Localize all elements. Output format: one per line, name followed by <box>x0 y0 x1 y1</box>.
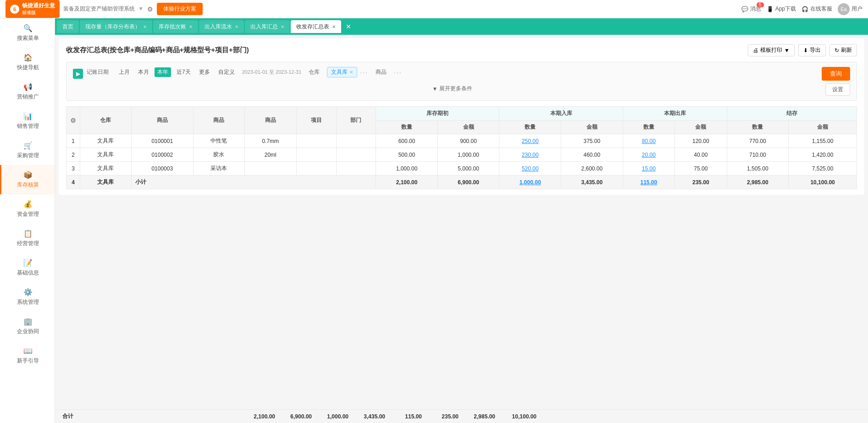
expand-conditions-btn[interactable]: ▼ 展开更多条件 <box>432 85 473 93</box>
refresh-button[interactable]: ↻ 刷新 <box>829 44 857 56</box>
query-button[interactable]: 查询 <box>822 67 850 81</box>
filter-settings-button[interactable]: 设置 <box>825 83 850 96</box>
sidebar-item-finance[interactable]: 💰 资金管理 <box>0 194 55 224</box>
page-inner: 收发存汇总表(按仓库+商品编码+商品+规格型号+项目+部门) 🖨 模板打印 ▼ … <box>59 38 864 195</box>
message-button[interactable]: 💬 消息 6 <box>741 5 761 13</box>
tab-in-out-summary[interactable]: 出入库汇总 ✕ <box>245 20 290 33</box>
subtotal-opening-qty: 2,100.00 <box>376 176 438 189</box>
export-button[interactable]: ⬇ 导出 <box>798 44 826 56</box>
total-in-qty: 1,000.00 <box>319 413 356 420</box>
product-filter-label: 商品 <box>376 68 387 76</box>
col-group-opening: 库存期初 <box>376 107 499 121</box>
template-print-button[interactable]: 🖨 模板打印 ▼ <box>748 44 795 56</box>
app-download-button[interactable]: 📱 App下载 <box>767 5 796 13</box>
sidebar-item-basic-info[interactable]: 📝 基础信息 <box>0 253 55 282</box>
date-btn-this-year[interactable]: 本年 <box>155 67 171 77</box>
row1-out-qty[interactable]: 80.00 <box>623 134 674 148</box>
col-opening-amt: 金额 <box>437 121 499 134</box>
sidebar-item-system[interactable]: ⚙️ 系统管理 <box>0 282 55 312</box>
table-row: 1 文具库 0100001 中性笔 0.7mm 600.00 900.00 25… <box>66 134 857 148</box>
tab-close-in-out-flow[interactable]: ✕ <box>235 24 238 29</box>
col-closing-qty: 数量 <box>727 121 789 134</box>
sidebar-item-enterprise[interactable]: 🏢 企业协同 <box>0 312 55 341</box>
warehouse-filter-dots[interactable]: ··· <box>360 69 368 76</box>
date-btn-this-month[interactable]: 本月 <box>135 67 152 77</box>
user-button[interactable]: Ea 用户 <box>838 3 862 15</box>
operations-icon: 📋 <box>23 229 33 238</box>
row3-product-code: 0100003 <box>131 162 193 176</box>
row3-in-qty[interactable]: 520.00 <box>499 162 561 176</box>
sidebar-item-operations[interactable]: 📋 经营管理 <box>0 224 55 253</box>
row2-department <box>336 148 376 162</box>
subtotal-out-qty[interactable]: 115.00 <box>623 176 674 189</box>
sidebar-label-guide: 新手引导 <box>17 357 39 365</box>
sidebar-item-inventory[interactable]: 📦 库存核算 <box>0 165 55 194</box>
enterprise-icon: 🏢 <box>23 317 33 326</box>
logo-text: 畅捷通好生意 标准版 <box>22 2 55 16</box>
row2-closing-amt: 1,420.00 <box>789 148 857 162</box>
date-btn-more[interactable]: 更多 <box>196 67 213 77</box>
col-opening-qty: 数量 <box>376 121 438 134</box>
page-content: 收发存汇总表(按仓库+商品编码+商品+规格型号+项目+部门) 🖨 模板打印 ▼ … <box>55 35 868 409</box>
product-filter-dots[interactable]: ··· <box>394 69 402 76</box>
tab-recv-send-summary[interactable]: 收发存汇总表 ✕ <box>291 20 341 33</box>
tab-close-stock-dist[interactable]: ✕ <box>143 24 147 29</box>
row1-closing-qty: 770.00 <box>727 134 789 148</box>
filter-toggle-btn[interactable]: ▶ <box>73 69 83 79</box>
row1-warehouse: 文具库 <box>80 134 132 148</box>
row1-in-amt: 375.00 <box>561 134 623 148</box>
close-all-tabs-btn[interactable]: ✕ <box>346 23 351 30</box>
guide-icon: 📖 <box>23 346 33 355</box>
date-btn-custom[interactable]: 自定义 <box>216 67 238 77</box>
sidebar-item-guide[interactable]: 📖 新手引导 <box>0 341 55 370</box>
top-bar-left: 6 畅捷通好生意 标准版 装备及固定资产辅助管理系统 ▼ ⚙ 体验行业方案 <box>6 0 203 18</box>
tab-stock-dist[interactable]: 现存量（库存分布表） ✕ <box>80 20 152 33</box>
sidebar-label-purchase: 采购管理 <box>17 152 39 159</box>
sidebar-item-purchase[interactable]: 🛒 采购管理 <box>0 136 55 165</box>
total-out-qty: 115.00 <box>393 413 429 420</box>
tab-close-in-out-summary[interactable]: ✕ <box>281 24 284 29</box>
row3-opening-qty: 1,000.00 <box>376 162 438 176</box>
sidebar-item-search[interactable]: 🔍 搜索菜单 <box>0 18 55 48</box>
sidebar-item-marketing[interactable]: 📢 营销推广 <box>0 77 55 106</box>
col-header-product-spec: 商品 <box>244 107 296 134</box>
row2-opening-qty: 500.00 <box>376 148 438 162</box>
row3-out-qty[interactable]: 15.00 <box>623 162 674 176</box>
sidebar-label-sales: 销售管理 <box>17 122 39 130</box>
date-btn-7days[interactable]: 近7天 <box>174 67 194 77</box>
col-group-period-out: 本期出库 <box>623 107 727 121</box>
warehouse-tag-close[interactable]: ✕ <box>349 70 353 75</box>
row3-product-name: 采访本 <box>193 162 244 176</box>
row1-in-qty[interactable]: 250.00 <box>499 134 561 148</box>
subtotal-row: 4 文具库 小计 2,100.00 6,900.00 1,000.00 3,43… <box>66 176 857 189</box>
sales-icon: 📊 <box>23 112 33 121</box>
row2-no: 2 <box>66 148 80 162</box>
table-wrapper: ⚙ 仓库 商品 商品 商品 项目 部门 库存期初 本期入库 本期出库 <box>66 106 857 189</box>
page-title-row: 收发存汇总表(按仓库+商品编码+商品+规格型号+项目+部门) 🖨 模板打印 ▼ … <box>66 44 857 56</box>
table-row: 2 文具库 0100002 胶水 20ml 500.00 1,000.00 23… <box>66 148 857 162</box>
experience-button[interactable]: 体验行业方案 <box>157 3 203 15</box>
warehouse-tag[interactable]: 文具库 ✕ <box>327 67 357 77</box>
sidebar-item-quick-nav[interactable]: 🏠 快捷导航 <box>0 48 55 77</box>
tab-batch[interactable]: 库存批次账 ✕ <box>153 20 198 33</box>
col-header-department: 部门 <box>336 107 376 134</box>
date-btn-last-month[interactable]: 上月 <box>116 67 133 77</box>
col-out-qty: 数量 <box>623 121 674 134</box>
row2-warehouse: 文具库 <box>80 148 132 162</box>
sidebar-label-enterprise: 企业协同 <box>17 328 39 335</box>
settings-icon[interactable]: ⚙ <box>147 5 153 13</box>
row3-project <box>296 162 336 176</box>
tab-home[interactable]: 首页 <box>57 20 79 33</box>
tab-close-batch[interactable]: ✕ <box>189 24 193 29</box>
sidebar-item-sales[interactable]: 📊 销售管理 <box>0 106 55 136</box>
tab-close-recv-send[interactable]: ✕ <box>332 24 336 29</box>
table-gear-icon[interactable]: ⚙ <box>70 117 76 124</box>
online-service-button[interactable]: 🎧 在线客服 <box>802 5 832 13</box>
row2-out-qty[interactable]: 20.00 <box>623 148 674 162</box>
filter-main: 记账日期 上月 本月 本年 近7天 更多 自定义 2023-01-01 至 20… <box>87 67 818 93</box>
tab-in-out-flow[interactable]: 出入库流水 ✕ <box>199 20 244 33</box>
col-header-product-name: 商品 <box>193 107 244 134</box>
tab-bar: 首页 现存量（库存分布表） ✕ 库存批次账 ✕ 出入库流水 ✕ 出入库汇总 ✕ … <box>55 18 868 35</box>
subtotal-in-qty[interactable]: 1,000.00 <box>499 176 561 189</box>
row2-in-qty[interactable]: 230.00 <box>499 148 561 162</box>
